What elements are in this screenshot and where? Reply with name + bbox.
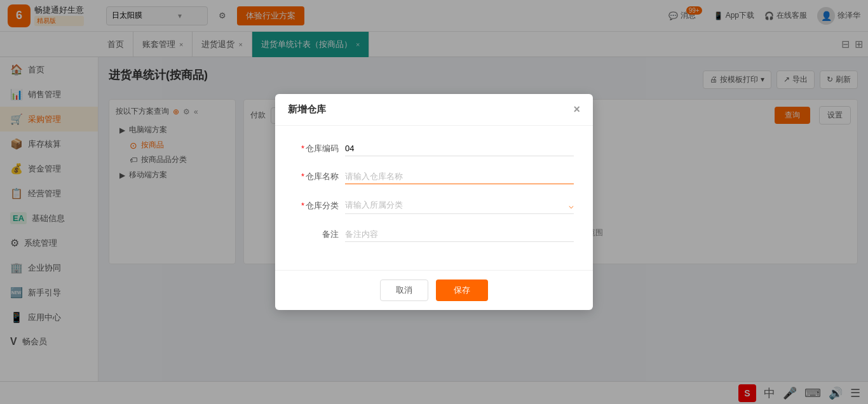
remark-input[interactable] [345, 227, 574, 242]
name-input[interactable] [345, 169, 574, 184]
form-row-remark: 备注 [294, 227, 574, 242]
modal-footer: 取消 保存 [275, 270, 593, 310]
category-dropdown-icon: ⌵ [569, 201, 574, 210]
category-placeholder: 请输入所属分类 [345, 199, 403, 211]
cancel-button[interactable]: 取消 [380, 279, 428, 301]
form-row-code: 仓库编码 [294, 141, 574, 156]
code-input[interactable] [345, 141, 574, 156]
modal-title: 新增仓库 [288, 104, 326, 116]
code-label: 仓库编码 [294, 143, 345, 154]
remark-label: 备注 [294, 229, 345, 240]
modal-header: 新增仓库 × [275, 94, 593, 126]
modal-close-button[interactable]: × [573, 103, 580, 116]
form-row-category: 仓库分类 请输入所属分类 ⌵ [294, 197, 574, 214]
add-warehouse-modal: 新增仓库 × 仓库编码 仓库名称 仓库分类 请输入所属分类 ⌵ 备注 取消 保存 [275, 94, 593, 310]
save-button[interactable]: 保存 [436, 279, 488, 301]
modal-body: 仓库编码 仓库名称 仓库分类 请输入所属分类 ⌵ 备注 [275, 126, 593, 270]
name-label: 仓库名称 [294, 171, 345, 182]
category-label: 仓库分类 [294, 200, 345, 212]
form-row-name: 仓库名称 [294, 169, 574, 184]
category-select[interactable]: 请输入所属分类 ⌵ [345, 197, 574, 214]
